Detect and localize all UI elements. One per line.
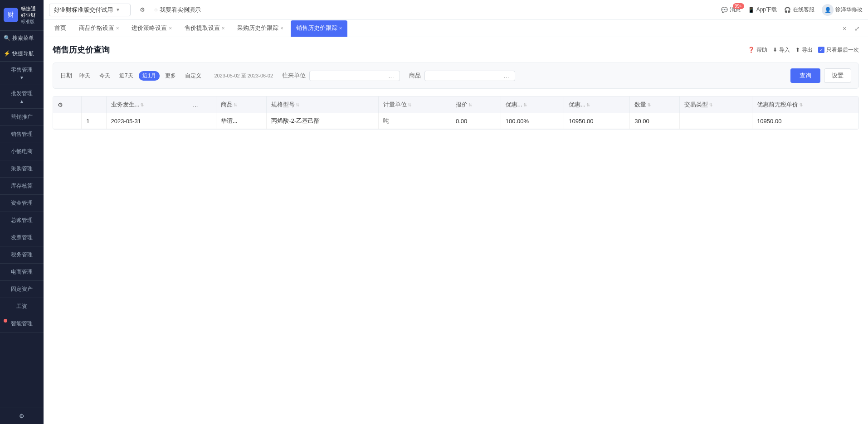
sidebar-item-ecommerce-small[interactable]: 小畅电商 [0, 143, 44, 160]
sidebar-item-smart[interactable]: 智能管理 [0, 315, 44, 332]
tab-home[interactable]: 首页 [49, 20, 72, 37]
col-quantity[interactable]: 数量⇅ [630, 96, 680, 113]
settings-button[interactable]: 设置 [824, 68, 851, 83]
date-btn-custom[interactable]: 自定义 [181, 71, 205, 81]
date-btn-1month[interactable]: 近1月 [139, 71, 160, 81]
sidebar-item-label: 固定资产 [11, 285, 33, 293]
sidebar-settings-button[interactable]: ⚙ [0, 408, 44, 424]
tab-product-price-label: 商品价格设置 [79, 24, 114, 32]
search-row: 日期 昨天 今天 近7天 近1月 更多 自定义 2023-05-02 至 202… [60, 68, 851, 83]
tab-close-icon[interactable]: × [280, 25, 283, 31]
chevron-down-icon: ▼ [116, 7, 120, 12]
maximize-window-button[interactable]: ⤢ [852, 23, 863, 34]
app-download-button[interactable]: 📱 App下载 [748, 6, 777, 14]
tab-sales-history[interactable]: 销售历史价跟踪 × [291, 20, 347, 37]
user-menu[interactable]: 👤 徐泽华修改 [822, 4, 863, 16]
col-discount-pct[interactable]: 优惠...⇅ [501, 96, 564, 113]
tab-close-icon[interactable]: × [116, 25, 119, 31]
message-icon: 💬 [721, 7, 728, 13]
product-input[interactable]: … [424, 71, 515, 81]
table-header-row: ⚙ 业务发生...⇅ ... 商品⇅ 规格型号⇅ 计量单位⇅ 报价⇅ 优惠...… [53, 96, 858, 113]
col-unit[interactable]: 计量单位⇅ [378, 96, 451, 113]
cell-unit: 吨 [378, 113, 451, 129]
sidebar-item-ledger[interactable]: 总账管理 [0, 212, 44, 229]
export-icon: ⬆ [795, 47, 800, 53]
export-button[interactable]: ⬆ 导出 [795, 46, 813, 54]
demo-icon: ○ [154, 6, 158, 13]
headset-icon: 🎧 [784, 7, 791, 13]
app-icon: 财 [4, 8, 18, 22]
sidebar-item-payroll[interactable]: 工资 [0, 298, 44, 315]
product-text-input[interactable] [429, 72, 502, 79]
sidebar-search[interactable]: 🔍 搜索菜单 [0, 31, 44, 46]
sidebar-quicknav[interactable]: ⚡ 快捷导航 [0, 46, 44, 62]
col-discount-amt[interactable]: 优惠...⇅ [564, 96, 630, 113]
sidebar-item-marketing[interactable]: 营销推广 [0, 109, 44, 126]
sidebar-item-sales[interactable]: 销售管理 [0, 126, 44, 143]
query-button[interactable]: 查询 [790, 68, 820, 83]
cell-dots [188, 113, 216, 129]
cell-spec: 丙烯酸-2-乙基己酯 [267, 113, 379, 129]
sidebar-item-finance[interactable]: 资金管理 [0, 195, 44, 212]
sidebar-search-label: 搜索菜单 [12, 34, 34, 42]
import-button[interactable]: ⬇ 导入 [773, 46, 790, 54]
table-row: 1 2023-05-31 华谊... 丙烯酸-2-乙基己酯 吨 0.00 100… [53, 113, 858, 129]
col-dots[interactable]: ... [188, 96, 216, 113]
app-download-label: App下载 [756, 6, 777, 14]
help-button[interactable]: ❓ 帮助 [748, 46, 767, 54]
phone-icon: 📱 [748, 7, 755, 13]
source-unit-text-input[interactable] [313, 72, 386, 79]
settings-gear-button[interactable]: ⚙ [136, 4, 149, 16]
chevron-down-icon: ▼ [20, 75, 24, 80]
col-spec[interactable]: 规格型号⇅ [267, 96, 379, 113]
tabbar: 首页 商品价格设置 × 进价策略设置 × 售价提取设置 × 采购历史价跟踪 × … [44, 20, 868, 37]
col-price[interactable]: 报价⇅ [451, 96, 501, 113]
tab-product-price[interactable]: 商品价格设置 × [73, 20, 124, 37]
close-window-button[interactable]: × [839, 23, 850, 34]
message-button[interactable]: 💬 消息 99+ [721, 6, 741, 14]
sidebar-item-inventory[interactable]: 库存核算 [0, 178, 44, 195]
version-selector[interactable]: 好业财标准版交付试用 ▼ [49, 4, 131, 16]
tab-sale-extract[interactable]: 售价提取设置 × [179, 20, 230, 37]
sidebar-item-label: 零售管理 [11, 66, 33, 74]
col-gear[interactable]: ⚙ [53, 96, 82, 113]
col-date[interactable]: 业务发生...⇅ [106, 96, 188, 113]
demo-button[interactable]: ○ 我要看实例演示 [154, 6, 201, 14]
date-btn-today[interactable]: 今天 [96, 71, 114, 81]
col-pre-tax[interactable]: 优惠前无税单价⇅ [752, 96, 858, 113]
sidebar-item-label: 小畅电商 [11, 148, 33, 155]
app-name: 畅捷通好业财 [21, 5, 40, 19]
online-service-button[interactable]: 🎧 在线客服 [784, 6, 814, 14]
online-service-label: 在线客服 [793, 6, 814, 14]
sidebar-item-invoice[interactable]: 发票管理 [0, 229, 44, 246]
sidebar-item-wholesale[interactable]: 批发管理 ▲ [0, 85, 44, 109]
tab-close-icon[interactable]: × [339, 25, 342, 31]
demo-label: 我要看实例演示 [160, 6, 201, 14]
sidebar-item-label: 批发管理 [11, 90, 33, 97]
sidebar-item-assets[interactable]: 固定资产 [0, 281, 44, 298]
tab-purchase-history[interactable]: 采购历史价跟踪 × [232, 20, 288, 37]
date-btn-more[interactable]: 更多 [161, 71, 180, 81]
col-product[interactable]: 商品⇅ [216, 96, 267, 113]
only-last-checkbox[interactable]: ✓ 只看最后一次 [818, 46, 859, 54]
tab-close-icon[interactable]: × [222, 25, 224, 31]
col-trans-type[interactable]: 交易类型⇅ [680, 96, 752, 113]
product-dots[interactable]: … [502, 72, 511, 79]
search-icon: 🔍 [4, 35, 10, 41]
quicknav-icon: ⚡ [4, 50, 10, 57]
cell-price: 0.00 [451, 113, 501, 129]
gear-icon: ⚙ [58, 101, 63, 108]
tab-purchase-strategy[interactable]: 进价策略设置 × [126, 20, 177, 37]
cell-trans-type [680, 113, 752, 129]
tab-close-icon[interactable]: × [169, 25, 171, 31]
sidebar-item-label: 智能管理 [11, 320, 33, 328]
sidebar-item-retail[interactable]: 零售管理 ▼ [0, 62, 44, 85]
sidebar-item-purchase[interactable]: 采购管理 [0, 160, 44, 178]
source-unit-input[interactable]: … [309, 71, 400, 81]
sidebar-item-ecommerce[interactable]: 电商管理 [0, 264, 44, 281]
data-table-container: ⚙ 业务发生...⇅ ... 商品⇅ 规格型号⇅ 计量单位⇅ 报价⇅ 优惠...… [53, 96, 859, 130]
date-btn-7days[interactable]: 近7天 [116, 71, 137, 81]
date-btn-yesterday[interactable]: 昨天 [76, 71, 94, 81]
source-unit-dots[interactable]: … [386, 72, 396, 79]
sidebar-item-tax[interactable]: 税务管理 [0, 246, 44, 264]
